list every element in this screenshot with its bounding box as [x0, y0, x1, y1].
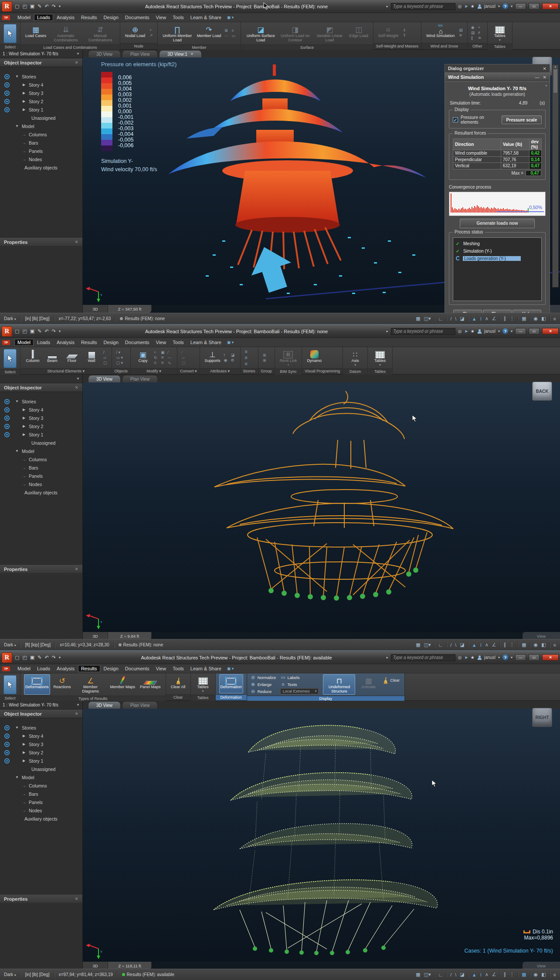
menu-icon[interactable]: ≡ [553, 972, 556, 977]
table-row[interactable]: Perpendicular707,760,14 [453, 156, 542, 163]
visibility-eye-icon[interactable] [4, 725, 10, 730]
undeformed-structure-button[interactable]: ⊓Undeformed Structure [323, 674, 355, 695]
tab-tools[interactable]: Tools [170, 665, 187, 672]
split-view-icon[interactable]: ◧ [541, 316, 546, 321]
tree-item-auxiliary[interactable]: Auxiliary objects [0, 163, 82, 172]
t ree-item-story4[interactable]: ▶Story 4 [0, 81, 82, 89]
automatic-combinations-button[interactable]: ⇊Automatic Combinations [50, 23, 82, 44]
tab-loads[interactable]: Loads [34, 14, 53, 21]
tab-plan-view[interactable]: Plan View [122, 701, 158, 709]
visibility-eye-icon[interactable] [4, 758, 10, 764]
table-grid-icon[interactable]: ▦ [522, 972, 526, 977]
clear-all-button[interactable]: Clear All [170, 674, 187, 693]
help-dropdown-icon[interactable]: ▾ [511, 4, 512, 8]
minimize-button[interactable]: — [515, 328, 526, 335]
shading-icon[interactable]: ◪ [460, 642, 464, 648]
tree-item-auxiliary[interactable]: Auxiliary objects [0, 814, 82, 823]
theme-selector[interactable]: Dark ▾ [4, 316, 16, 321]
expander-icon[interactable]: ▶ [22, 433, 26, 436]
units-label[interactable]: [in] [lb] [Deg] [25, 316, 49, 321]
ribbon-display-icon[interactable]: ▣ ▾ [227, 340, 234, 345]
tree-item-stories[interactable]: ▼Stories [0, 723, 82, 732]
tab-view[interactable]: View [153, 14, 170, 21]
self-weight-extra-icons[interactable]: ⇓⇑ [402, 23, 407, 42]
tab-design[interactable]: Design [101, 665, 122, 672]
help-button[interactable]: Help [512, 310, 541, 313]
search-binoculars-icon[interactable]: ◎ [458, 329, 462, 334]
tree-item-model[interactable]: ▼Model [0, 773, 82, 781]
reactions-button[interactable]: ↺Reactions [52, 674, 72, 695]
tree-item-story2[interactable]: ▶Story 2 [0, 748, 82, 757]
dimension-icon[interactable]: \ [455, 642, 456, 648]
nodal-load-button[interactable]: ⊕Nodal Load [124, 23, 146, 42]
tree-item-model[interactable]: ▼Model [0, 122, 82, 130]
favorites-star-icon[interactable]: ★ [471, 655, 475, 660]
tree-item-panels[interactable]: →Panels [0, 798, 82, 806]
dimension-icon[interactable]: \ [455, 972, 456, 977]
visibility-eye-icon[interactable] [4, 107, 10, 112]
table-row[interactable]: Vertical632,190,47 [453, 163, 542, 169]
member-extra-icons[interactable]: ⊞≡⋯▭ [224, 23, 237, 44]
visibility-eye-icon[interactable] [4, 424, 10, 429]
visibility-eye-icon[interactable] [4, 750, 10, 755]
measure-icon[interactable]: / [450, 642, 451, 648]
tab-documents[interactable]: Documents [122, 14, 153, 21]
group-icons[interactable]: ▣▣ [262, 348, 268, 367]
tree-item-nodes[interactable]: →Nodes [0, 806, 82, 814]
section-columns-icon[interactable]: ∥ [504, 316, 506, 321]
tab-model[interactable]: Model [14, 14, 34, 21]
3d-canvas[interactable] [83, 382, 560, 632]
qat-dropdown-icon[interactable]: ▾ [59, 656, 61, 659]
measure-icon[interactable]: / [450, 316, 451, 321]
edge-load-button[interactable]: ◫Edge Load [348, 23, 370, 44]
close-icon[interactable]: ✕ [543, 66, 546, 71]
open-file-icon[interactable]: ◰ [22, 655, 27, 660]
tab-learn-share[interactable]: Learn & Share [187, 339, 224, 346]
expander-icon[interactable]: ▶ [22, 108, 26, 112]
shading-icon[interactable]: ◪ [460, 972, 464, 977]
redo-icon[interactable]: ↷ [52, 3, 56, 9]
section-rows-icon[interactable]: ⋮ [509, 642, 514, 648]
texts-toggle[interactable]: ≡Texts [280, 681, 319, 687]
undo-icon[interactable]: ↶ [44, 328, 48, 334]
visibility-eye-icon[interactable] [4, 407, 10, 412]
user-avatar-icon[interactable] [477, 656, 482, 660]
sign-in-arrow-icon[interactable]: ➤ [464, 329, 468, 334]
tab-view[interactable]: View [153, 339, 170, 346]
tree-item-story3[interactable]: ▶Story 3 [0, 740, 82, 748]
save-as-icon[interactable]: ✎ [37, 3, 41, 9]
user-dropdown-icon[interactable]: ▾ [498, 329, 500, 333]
panel-maps-button[interactable]: Panel Maps [139, 674, 162, 695]
tree-item-bars[interactable]: →Bars [0, 463, 82, 472]
tree-item-story1[interactable]: ▶Story 1 [0, 757, 82, 765]
visibility-eye-icon[interactable] [4, 432, 10, 437]
tree-item-stories[interactable]: ▼Stories [0, 397, 82, 406]
load-case-selector[interactable]: ▼ [0, 375, 82, 383]
tree-item-unassigned[interactable]: Unassigned [0, 765, 82, 773]
expander-icon[interactable]: ▼ [15, 449, 19, 453]
tree-item-stories[interactable]: ▼Stories [0, 72, 82, 81]
section-rows-icon[interactable]: ⋮ [509, 972, 514, 977]
tree-item-story3[interactable]: ▶Story 3 [0, 414, 82, 422]
background-toggle-icon[interactable]: ◫▾ [424, 642, 431, 648]
user-name[interactable]: janusl [484, 655, 496, 660]
local-extremes-dropdown[interactable]: Local Extremes▾ [280, 688, 319, 694]
visibility-eye-icon[interactable] [4, 742, 10, 747]
view-mode-tab[interactable]: 3D [83, 305, 108, 313]
qat-dropdown-icon[interactable]: ▾ [59, 4, 61, 8]
close-icon[interactable]: ✕ [75, 711, 78, 716]
expander-icon[interactable]: ▶ [22, 91, 26, 95]
app-logo-icon[interactable]: R [2, 1, 12, 12]
tab-3d-view-1[interactable]: 3D View:1✕ [159, 50, 202, 57]
render-icon[interactable]: ◉ [534, 316, 538, 321]
save-as-icon[interactable]: ✎ [37, 328, 41, 334]
redo-icon[interactable]: ↷ [52, 328, 56, 334]
tab-tools[interactable]: Tools [170, 339, 187, 346]
enlarge-button[interactable]: ⊕Enlarge [251, 681, 276, 687]
stop-button[interactable]: Stop [453, 310, 482, 313]
ucs-icon[interactable]: ∟ [438, 316, 443, 321]
z-elevation-label[interactable]: Z = 347,50 ft [108, 305, 152, 313]
modify-icons[interactable]: +▣∕↻✕—Λ✕∿ [154, 348, 173, 367]
visibility-eye-icon[interactable] [4, 733, 10, 739]
tree-item-story4[interactable]: ▶Story 4 [0, 406, 82, 414]
